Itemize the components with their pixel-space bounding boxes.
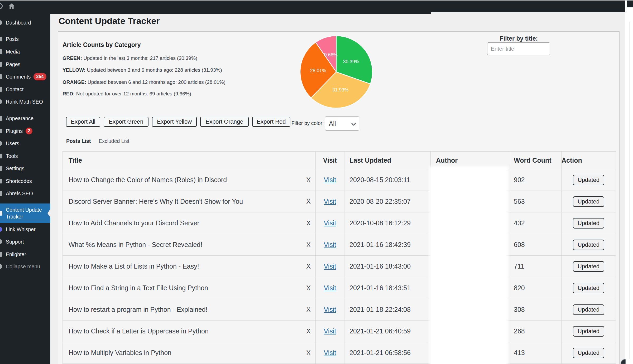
visit-cell: Visit [316, 277, 344, 299]
sidebar-item-plugins[interactable]: Plugins2 [0, 126, 50, 136]
updated-button[interactable]: Updated [573, 304, 604, 315]
sidebar-item-users[interactable]: Users [0, 138, 50, 149]
settings-icon [0, 166, 2, 171]
sidebar-item-tools[interactable]: Tools [0, 151, 50, 161]
color-filter-select[interactable]: All [325, 116, 359, 131]
link-whisper-icon [0, 227, 2, 232]
shortcodes-icon [0, 179, 2, 183]
table-row: How to Find a String in a Text File Usin… [63, 277, 616, 299]
window-top-edge [0, 0, 633, 1]
tab-posts-list[interactable]: Posts List [66, 138, 91, 144]
sidebar-item-pages[interactable]: Pages [0, 59, 50, 70]
exclude-x-button[interactable]: X [306, 241, 311, 249]
exclude-x-button[interactable]: X [306, 176, 311, 184]
exclude-x-button[interactable]: X [306, 198, 311, 205]
sidebar-item-media[interactable]: Media [0, 46, 50, 57]
visit-cell: Visit [316, 234, 344, 256]
visit-cell: Visit [316, 169, 344, 191]
sidebar-item-comments[interactable]: Comments254 [0, 71, 50, 82]
sidebar-item-contact[interactable]: Contact [0, 84, 50, 95]
sidebar-item-collapse-menu[interactable]: Collapse menu [0, 261, 50, 272]
visit-link[interactable]: Visit [324, 176, 336, 183]
sidebar-item-shortcodes[interactable]: Shortcodes [0, 176, 50, 186]
sidebar-item-label: Users [6, 140, 19, 147]
sidebar-item-posts[interactable]: Posts [0, 34, 50, 44]
updated-button[interactable]: Updated [573, 218, 604, 229]
exclude-x-button[interactable]: X [306, 349, 311, 357]
visit-cell: Visit [316, 191, 344, 212]
exclude-x-button[interactable]: X [306, 263, 311, 270]
updated-button[interactable]: Updated [573, 240, 604, 250]
post-title: Discord Server Banner: Here's Why It Doe… [69, 198, 243, 205]
post-title: What %s Means in Python - Secret Reveale… [69, 241, 202, 249]
title-cell: How to Multiply Variables in PythonX [63, 342, 316, 364]
last-updated-cell: 2021-01-16 18:43:51 [344, 277, 431, 299]
action-cell: Updated [562, 256, 616, 277]
updated-button[interactable]: Updated [573, 261, 604, 272]
word-count-cell: 413 [509, 342, 562, 364]
visit-link[interactable]: Visit [324, 306, 336, 313]
sidebar-item-support[interactable]: Support [0, 236, 50, 247]
sidebar-item-ahrefs-seo[interactable]: Ahrefs SEO [0, 188, 50, 199]
visit-cell: Visit [316, 299, 344, 321]
last-updated-cell: 2021-01-21 06:58:56 [344, 342, 431, 364]
sidebar-item-label: Ahrefs SEO [6, 191, 33, 197]
sidebar-item-label: Rank Math SEO [6, 99, 43, 105]
export-orange-button[interactable]: Export Orange [200, 117, 249, 127]
tab-excluded-list[interactable]: Excluded List [99, 138, 129, 144]
updated-button[interactable]: Updated [573, 326, 604, 337]
export-yellow-button[interactable]: Export Yellow [152, 117, 197, 127]
updated-button[interactable]: Updated [573, 196, 604, 207]
sidebar-item-link-whisper[interactable]: Link Whisper [0, 224, 50, 235]
sidebar-item-label: Posts [6, 36, 19, 42]
visit-link[interactable]: Visit [324, 263, 336, 270]
sidebar-item-rank-math-seo[interactable]: Rank Math SEO [0, 96, 50, 107]
column-header-title: Title [63, 152, 316, 169]
sidebar-item-settings[interactable]: Settings [0, 163, 50, 174]
exclude-x-button[interactable]: X [306, 306, 311, 313]
sidebar-item-label: Support [6, 239, 24, 245]
sidebar-item-label: Shortcodes [6, 178, 32, 184]
visit-link[interactable]: Visit [324, 241, 336, 248]
sidebar-item-appearance[interactable]: Appearance [0, 113, 50, 124]
visit-link[interactable]: Visit [324, 284, 336, 292]
title-cell: How to Add Channels to your Discord Serv… [63, 212, 316, 234]
updated-button[interactable]: Updated [573, 175, 604, 185]
sidebar-item-label: Media [6, 49, 20, 55]
updated-button[interactable]: Updated [573, 348, 604, 358]
sidebar-item-label: Contact [6, 86, 23, 93]
column-header-visit: Visit [316, 152, 344, 169]
sidebar-item-content-update-tracker[interactable]: Content UpdateTracker [0, 203, 50, 223]
last-updated-cell: 2021-01-18 22:24:08 [344, 299, 431, 321]
visit-link[interactable]: Visit [324, 219, 336, 227]
table-row: What %s Means in Python - Secret Reveale… [63, 234, 616, 256]
dashboard-icon [0, 20, 2, 25]
visit-link[interactable]: Visit [324, 349, 336, 356]
table-row: How to restart a program in Python - Exp… [63, 299, 616, 321]
filter-by-title-label: Filter by title: [487, 35, 550, 42]
pie-slice-label: 31.93% [332, 87, 348, 93]
column-header-action: Action [562, 152, 616, 169]
exclude-x-button[interactable]: X [306, 284, 311, 292]
filter-title-input[interactable] [487, 42, 550, 55]
title-cell: How to Make a List of Lists in Python - … [63, 256, 316, 277]
export-green-button[interactable]: Export Green [104, 117, 148, 127]
sidebar-item-label: Comments [6, 74, 31, 80]
exclude-x-button[interactable]: X [306, 327, 311, 335]
visit-link[interactable]: Visit [324, 198, 336, 205]
last-updated-cell: 2021-01-16 18:42:39 [344, 234, 431, 256]
export-all-button[interactable]: Export All [66, 117, 100, 127]
sidebar-item-enlighter[interactable]: Enlighter [0, 249, 50, 260]
export-red-button[interactable]: Export Red [252, 117, 290, 127]
appearance-icon [0, 116, 2, 121]
exclude-x-button[interactable]: X [306, 219, 311, 227]
home-icon[interactable] [8, 3, 15, 10]
category-pie-chart: 30.39%31.93%28.01%9.66% [299, 35, 373, 109]
sidebar-item-dashboard[interactable]: Dashboard [0, 17, 50, 28]
action-cell: Updated [562, 342, 616, 364]
table-row: How to Multiply Variables in PythonXVisi… [63, 342, 616, 364]
updated-button[interactable]: Updated [573, 283, 604, 293]
visit-link[interactable]: Visit [324, 327, 336, 335]
author-column-redaction [431, 168, 506, 364]
media-icon [0, 49, 2, 54]
